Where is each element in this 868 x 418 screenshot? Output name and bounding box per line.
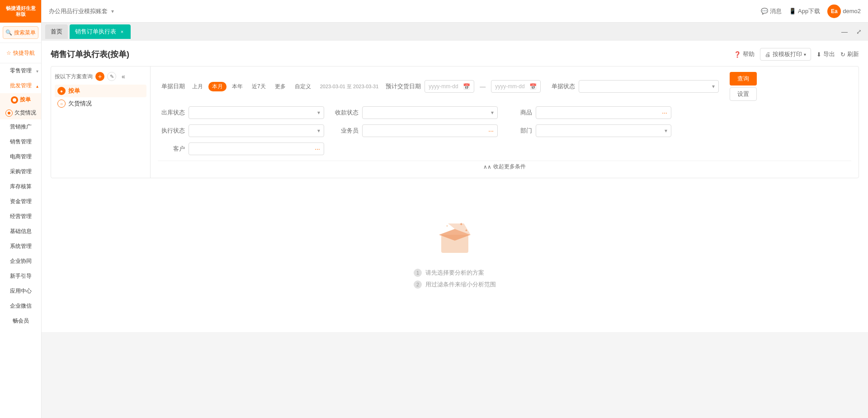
- app-logo-text: 畅捷通好生意: [6, 5, 36, 11]
- submenu-order-label: 按单: [20, 96, 31, 104]
- sidebar-item-marketing[interactable]: 营销推广: [0, 119, 41, 134]
- tip-2-num: 2: [414, 280, 422, 289]
- collect-status-select[interactable]: ▾: [362, 106, 498, 119]
- bill-date-group: 单据日期 上月 本月 本年 近7天 更多 自定义 2023-03-01 至 20…: [158, 82, 378, 91]
- sidebar-item-inventory[interactable]: 库存核算: [0, 179, 41, 194]
- add-scheme-button[interactable]: +: [95, 72, 104, 81]
- calendar-end-icon: 📅: [529, 83, 537, 90]
- sidebar-item-appstore[interactable]: 应用中心: [0, 284, 41, 299]
- date-tab-more[interactable]: 更多: [271, 82, 289, 91]
- message-icon: 💬: [761, 8, 768, 14]
- shortage-icon: [5, 109, 13, 117]
- submenu-item-shortage[interactable]: 欠货情况: [0, 106, 41, 119]
- scheme-order-icon: ●: [57, 87, 66, 95]
- filter-left-panel: 按以下方案查询 + ✎ « ● 按单: [51, 66, 151, 178]
- help-button[interactable]: ❓ 帮助: [734, 50, 755, 58]
- sidebar-item-marketing-label: 营销推广: [10, 123, 32, 131]
- bill-status-group: 单据状态 ▾: [548, 80, 719, 93]
- app-logo: 畅捷通好生意 标版: [0, 0, 41, 23]
- expected-date-start-input[interactable]: yyyy-mm-dd 📅: [425, 80, 474, 93]
- set-button[interactable]: 设置: [730, 87, 757, 101]
- help-label: 帮助: [743, 50, 755, 58]
- sidebar-item-operations[interactable]: 经营管理: [0, 209, 41, 224]
- retail-arrow-icon: ▾: [36, 68, 38, 73]
- date-tab-this-month[interactable]: 本月: [208, 82, 226, 91]
- sidebar-item-sales[interactable]: 销售管理: [0, 134, 41, 149]
- header: 办公用品行业模拟账套 ▾ 💬 消息 📱 App下载 Ea demo2: [42, 0, 868, 23]
- submenu-shortage-label: 欠货情况: [14, 109, 36, 117]
- sidebar-item-retail[interactable]: 零售管理 ▾: [0, 63, 41, 78]
- date-tab-last-month[interactable]: 上月: [189, 82, 207, 91]
- sidebar-item-member[interactable]: 畅会员: [0, 314, 41, 328]
- scheme-item-order[interactable]: ● 按单: [55, 85, 146, 97]
- sidebar-item-basic[interactable]: 基础信息: [0, 224, 41, 239]
- calendar-start-icon: 📅: [463, 83, 470, 90]
- wholesale-arrow-icon: ▴: [36, 83, 38, 88]
- collapse-sidebar-button[interactable]: «: [119, 72, 128, 81]
- query-button[interactable]: 查询: [730, 72, 757, 86]
- date-tab-7days[interactable]: 近7天: [248, 82, 269, 91]
- exec-status-select[interactable]: ▾: [189, 124, 324, 137]
- sidebar-item-newbie[interactable]: 新手引导: [0, 269, 41, 284]
- tab-minimize-icon[interactable]: —: [839, 26, 850, 37]
- tip-1-text: 请先选择要分析的方案: [425, 269, 484, 277]
- sidebar-item-retail-label: 零售管理: [10, 67, 32, 75]
- page-title-bar: 销售订单执行表(按单) ❓ 帮助 🖨 按模板打印 ▾ ⬇ 导出: [51, 48, 859, 61]
- expected-date-group: 预计交货日期 yyyy-mm-dd 📅 — yyyy-mm-dd 📅: [386, 80, 541, 93]
- breadcrumb-dropdown-icon[interactable]: ▾: [111, 8, 114, 14]
- tab-maximize-icon[interactable]: ⤢: [854, 26, 864, 37]
- user-profile[interactable]: Ea demo2: [827, 5, 861, 18]
- page-title: 销售订单执行表(按单): [51, 49, 129, 60]
- filter-row-2: 出库状态 ▾ 收款状态 ▾: [158, 106, 851, 119]
- sidebar-item-system[interactable]: 系统管理: [0, 239, 41, 254]
- quick-nav-button[interactable]: ☆ 快捷导航: [0, 46, 41, 60]
- submenu-item-order[interactable]: 按单: [0, 93, 41, 106]
- goods-dots-icon[interactable]: ···: [662, 109, 667, 116]
- date-range-text: 2023-03-01 至 2023-03-31: [320, 83, 379, 90]
- quick-nav: ☆ 快捷导航: [0, 43, 41, 63]
- date-tab-custom[interactable]: 自定义: [291, 82, 315, 91]
- edit-scheme-button[interactable]: ✎: [107, 72, 116, 81]
- message-button[interactable]: 💬 消息: [761, 7, 782, 15]
- out-status-select[interactable]: ▾: [189, 106, 324, 119]
- search-menu-label: 搜索菜单: [14, 29, 36, 37]
- collapse-filter-button[interactable]: ∧∧ 收起更多条件: [483, 163, 526, 171]
- filter-row-3: 执行状态 ▾ 业务员 ···: [158, 124, 851, 137]
- query-set-buttons: 查询 设置: [730, 72, 757, 101]
- avatar-text: Ea: [831, 8, 838, 14]
- customer-dots-icon[interactable]: ···: [315, 145, 320, 152]
- search-menu-button[interactable]: 🔍 搜索菜单: [3, 26, 38, 39]
- expected-date-end-input[interactable]: yyyy-mm-dd 📅: [491, 80, 541, 93]
- goods-select[interactable]: ···: [536, 106, 671, 119]
- customer-select[interactable]: ···: [189, 142, 324, 155]
- sidebar-item-purchase-label: 采购管理: [10, 168, 32, 176]
- tip-2-text: 用过滤条件来缩小分析范围: [425, 280, 496, 289]
- filter-row-1: 单据日期 上月 本月 本年 近7天 更多 自定义 2023-03-01 至 20…: [158, 72, 851, 101]
- bill-status-select[interactable]: ▾: [579, 80, 719, 93]
- sidebar-item-finance[interactable]: 资金管理: [0, 194, 41, 209]
- tab-close-icon[interactable]: ×: [119, 28, 125, 35]
- svg-point-0: [13, 98, 16, 102]
- sidebar-item-inventory-label: 库存核算: [10, 183, 32, 190]
- department-select[interactable]: ▾: [536, 124, 671, 137]
- salesperson-select[interactable]: ···: [362, 124, 498, 137]
- sidebar-item-ecommerce[interactable]: 电商管理: [0, 149, 41, 164]
- sidebar-item-enterprise[interactable]: 企业协同: [0, 254, 41, 269]
- page-inner: 销售订单执行表(按单) ❓ 帮助 🖨 按模板打印 ▾ ⬇ 导出: [42, 41, 868, 332]
- tab-sales-order[interactable]: 销售订单执行表 ×: [70, 24, 131, 39]
- print-icon: 🖨: [765, 51, 771, 58]
- export-button[interactable]: ⬇ 导出: [816, 50, 835, 58]
- sidebar-item-wechat[interactable]: 企业微信: [0, 299, 41, 314]
- refresh-button[interactable]: ↻ 刷新: [840, 50, 859, 58]
- print-dropdown-icon: ▾: [804, 52, 806, 57]
- sidebar-item-purchase[interactable]: 采购管理: [0, 164, 41, 179]
- sidebar-item-wholesale[interactable]: 批发管理 ▴: [0, 78, 41, 93]
- salesperson-dots-icon[interactable]: ···: [488, 127, 494, 134]
- date-tab-this-year[interactable]: 本年: [228, 82, 246, 91]
- print-button[interactable]: 🖨 按模板打印 ▾: [760, 48, 811, 61]
- app-download-button[interactable]: 📱 App下载: [789, 7, 820, 15]
- scheme-item-shortage[interactable]: ○ 欠货情况: [55, 97, 146, 110]
- salesperson-label: 业务员: [331, 127, 359, 135]
- tab-home[interactable]: 首页: [45, 24, 68, 39]
- sidebar-item-enterprise-label: 企业协同: [10, 257, 32, 265]
